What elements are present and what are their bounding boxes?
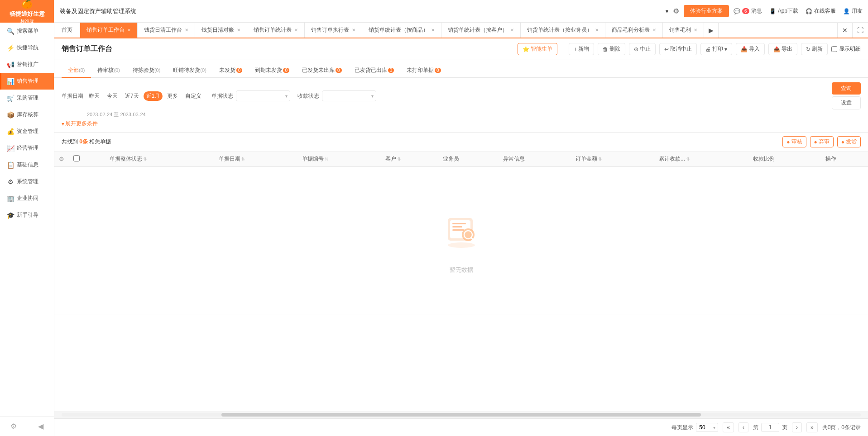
topbar-settings-icon[interactable]: ⚙ <box>673 7 679 15</box>
settings-bottom-icon[interactable]: ⚙ <box>9 420 19 432</box>
sub-tab-shipped-not-out[interactable]: 已发货未出库0 <box>296 64 348 78</box>
tab-close-sales-profit[interactable]: ✕ <box>694 28 697 33</box>
next-page-button[interactable]: › <box>792 422 802 432</box>
add-button[interactable]: + 新增 <box>569 43 594 55</box>
th-number[interactable]: 单据编号⇅ <box>297 152 381 167</box>
filter-settings-button[interactable]: 设置 <box>832 96 861 109</box>
tab-cash-daily[interactable]: 钱货日清工作台✕ <box>138 23 195 38</box>
date-option-近7天[interactable]: 近7天 <box>122 91 142 101</box>
th-date[interactable]: 单据日期⇅ <box>214 152 297 167</box>
sidebar-item-operations[interactable]: 📈经营管理 <box>0 140 54 156</box>
app-download-item[interactable]: 📱 App下载 <box>769 7 798 15</box>
topbar-dropdown[interactable]: ▾ <box>666 8 668 14</box>
sidebar-item-finance[interactable]: 💰资金管理 <box>0 123 54 140</box>
date-option-更多[interactable]: 更多 <box>164 91 181 101</box>
sidebar-item-system[interactable]: ⚙系统管理 <box>0 173 54 190</box>
sidebar-item-inventory[interactable]: 📦库存核算 <box>0 106 54 123</box>
expand-filter-button[interactable]: ▾ 展开更多条件 <box>62 120 861 128</box>
payment-select[interactable] <box>322 90 376 101</box>
tab-close-sales-workbench[interactable]: ✕ <box>127 28 131 33</box>
service-item[interactable]: 🎧 在线客服 <box>806 7 836 15</box>
import-button[interactable]: 📥 导入 <box>736 43 765 55</box>
sidebar-item-basic[interactable]: 📋基础信息 <box>0 156 54 173</box>
first-page-button[interactable]: « <box>723 422 734 432</box>
fullscreen-button[interactable]: ⛶ <box>852 23 868 38</box>
table-action-review-button[interactable]: ●审核 <box>782 136 806 147</box>
tab-close-sales-summary-staff[interactable]: ✕ <box>595 28 599 33</box>
stop-button[interactable]: ⊘ 中止 <box>629 43 656 55</box>
tab-close-gross-margin[interactable]: ✕ <box>652 28 656 33</box>
sidebar-item-enterprise[interactable]: 🏢企业协同 <box>0 190 54 207</box>
per-page-select[interactable]: 102050100 <box>696 423 718 432</box>
sidebar-logo[interactable]: 🍊 畅捷通好生意 标准版 <box>0 0 54 23</box>
date-option-近1月[interactable]: 近1月 <box>144 91 163 101</box>
sidebar-item-guide[interactable]: 🎓新手引导 <box>0 207 54 223</box>
sidebar-item-sales[interactable]: 📊销售管理 <box>0 73 54 90</box>
tab-sales-workbench[interactable]: 销售订单工作台✕ <box>80 23 138 38</box>
sidebar-bottom: ⚙ ◀ <box>0 416 54 436</box>
sub-tab-not-printed[interactable]: 未打印单据0 <box>400 64 447 78</box>
th-client[interactable]: 客户⇅ <box>381 152 438 167</box>
sub-tab-shipped-out[interactable]: 已发货已出库0 <box>348 64 401 78</box>
sidebar-item-quicknav[interactable]: ⚡快捷导航 <box>0 39 54 56</box>
date-option-昨天[interactable]: 昨天 <box>86 91 102 101</box>
sub-tab-pending-review[interactable]: 待审核(0) <box>91 64 126 78</box>
tab-close-cash-reconcile[interactable]: ✕ <box>237 28 240 33</box>
th-collected[interactable]: 累计收款...⇅ <box>654 152 748 167</box>
export-icon: 📤 <box>773 46 780 52</box>
refresh-button[interactable]: ↻ 刷新 <box>801 43 828 55</box>
tabs-more-button[interactable]: ▶ <box>704 23 719 38</box>
sub-tab-not-shipped[interactable]: 未发货0 <box>213 64 249 78</box>
tab-close-sales-summary-client[interactable]: ✕ <box>510 28 514 33</box>
date-option-今天[interactable]: 今天 <box>104 91 120 101</box>
tab-sales-profit[interactable]: 销售毛利✕ <box>663 23 704 38</box>
show-detail-checkbox[interactable] <box>831 46 837 52</box>
date-option-自定义[interactable]: 自定义 <box>182 91 204 101</box>
tab-home[interactable]: 首页 <box>54 23 80 38</box>
tab-sales-summary-client[interactable]: 销货单统计表（按客户）✕ <box>441 23 521 38</box>
sub-tab-wangpu-pending[interactable]: 旺铺待发货(0) <box>167 64 212 78</box>
select-all-checkbox[interactable] <box>73 155 80 161</box>
tab-sales-exec[interactable]: 销售订单执行表✕ <box>305 23 362 38</box>
th-amount[interactable]: 订单金额⇅ <box>571 152 654 167</box>
export-button[interactable]: 📤 导出 <box>768 43 797 55</box>
user-item[interactable]: 👤 用友 <box>843 7 863 15</box>
tab-gross-margin[interactable]: 商品毛利分析表✕ <box>605 23 663 38</box>
tab-close-sales-summary-product[interactable]: ✕ <box>431 28 435 33</box>
solution-button[interactable]: 体验行业方案 <box>684 5 729 17</box>
tab-sales-summary-product[interactable]: 销货单统计表（按商品）✕ <box>362 23 441 38</box>
page-input[interactable] <box>761 423 779 432</box>
prev-page-button[interactable]: ‹ <box>739 422 748 432</box>
message-item[interactable]: 💬 6 消息 <box>734 7 762 15</box>
sidebar-item-marketing[interactable]: 📢营销推广 <box>0 56 54 73</box>
tab-cash-reconcile[interactable]: 钱货日清对账✕ <box>195 23 247 38</box>
status-filter: 单据状态 <box>211 90 290 101</box>
query-button[interactable]: 查询 <box>832 82 861 95</box>
delete-button[interactable]: 🗑 删除 <box>598 43 625 55</box>
horizontal-scrollbar[interactable] <box>62 413 861 417</box>
show-detail-label[interactable]: 显示明细 <box>831 45 861 53</box>
cancel-stop-button[interactable]: ↩ 取消中止 <box>659 43 697 55</box>
table-action-ship-button[interactable]: ●发货 <box>837 136 861 147</box>
table-action-cancel-review-button[interactable]: ●弃审 <box>810 136 834 147</box>
sidebar-item-purchase[interactable]: 🛒采购管理 <box>0 90 54 106</box>
last-page-button[interactable]: » <box>806 422 818 432</box>
sub-tab-overdue-not-shipped[interactable]: 到期未发货0 <box>249 64 296 78</box>
tab-close-cash-daily[interactable]: ✕ <box>185 28 188 33</box>
tab-close-sales-exec[interactable]: ✕ <box>352 28 355 33</box>
scroll-thumb[interactable] <box>221 413 701 417</box>
collapse-sidebar-icon[interactable]: ◀ <box>36 420 45 432</box>
status-select[interactable] <box>236 90 290 101</box>
tab-sales-stats[interactable]: 销售订单统计表✕ <box>247 23 305 38</box>
th-status[interactable]: 单据整体状态⇅ <box>105 152 214 167</box>
sub-tab-pending-inspect[interactable]: 待拣验货(0) <box>126 64 167 78</box>
smart-generate-button[interactable]: ⭐ 智能生单 <box>518 43 557 55</box>
sidebar-item-search[interactable]: 🔍搜索菜单 <box>0 23 54 39</box>
close-all-tabs-button[interactable]: ✕ <box>837 23 852 38</box>
sub-tab-all[interactable]: 全部(0) <box>62 64 91 78</box>
print-button[interactable]: 🖨 打印 ▾ <box>700 43 732 55</box>
tab-sales-summary-staff[interactable]: 销货单统计表（按业务员）✕ <box>521 23 605 38</box>
filter-area: 单据日期 昨天今天近7天近1月更多自定义 单据状态 收款状态 <box>54 78 868 133</box>
tab-close-sales-stats[interactable]: ✕ <box>294 28 298 33</box>
gear-settings-icon[interactable]: ⚙ <box>59 156 64 162</box>
